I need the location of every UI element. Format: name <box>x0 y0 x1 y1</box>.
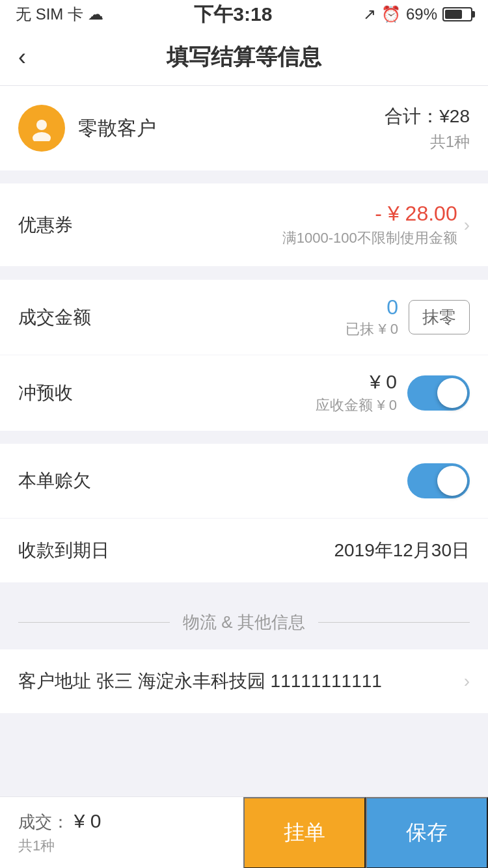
customer-count: 共1种 <box>385 131 470 152</box>
deal-amount-right: 0 已抹 ¥ 0 抹零 <box>346 295 470 339</box>
transaction-section: 成交金额 0 已抹 ¥ 0 抹零 冲预收 ¥ 0 应收金额 ¥ 0 <box>0 280 488 431</box>
page-title: 填写结算等信息 <box>167 42 321 72</box>
debt-toggle[interactable] <box>407 463 470 498</box>
logistics-header: 物流 & 其他信息 <box>0 595 488 649</box>
bottom-deal-amount: ¥ 0 <box>74 810 102 832</box>
prepay-row: 冲预收 ¥ 0 应收金额 ¥ 0 <box>0 355 488 431</box>
bottom-count: 共1种 <box>18 836 225 856</box>
prepay-amount: ¥ 0 <box>316 371 397 393</box>
address-row[interactable]: 客户地址 张三 海淀永丰科技园 11111111111 › <box>0 649 488 714</box>
deal-amount-row: 成交金额 0 已抹 ¥ 0 抹零 <box>0 280 488 355</box>
status-right: ↗ ⏰ 69% <box>363 5 472 23</box>
due-date-row: 收款到期日 2019年12月30日 <box>0 519 488 582</box>
prepay-label: 冲预收 <box>18 381 73 405</box>
svg-point-0 <box>36 120 47 130</box>
bottom-info: 成交： ¥ 0 共1种 <box>0 810 243 856</box>
location-icon: ↗ <box>363 5 376 23</box>
alarm-icon: ⏰ <box>381 5 401 23</box>
coupon-row[interactable]: 优惠券 - ¥ 28.00 满1000-100不限制使用金额 › <box>0 183 488 267</box>
svg-point-1 <box>33 132 51 141</box>
status-bar: 无 SIM 卡 ☁ 下午3:18 ↗ ⏰ 69% <box>0 0 488 29</box>
due-date-value[interactable]: 2019年12月30日 <box>334 538 470 563</box>
customer-section: 零散客户 合计：¥28 共1种 <box>0 86 488 170</box>
bottom-deal-label: 成交： <box>18 812 69 832</box>
bottom-deal-row: 成交： ¥ 0 <box>18 810 225 834</box>
prepay-receivable: 应收金额 ¥ 0 <box>316 396 397 415</box>
coupon-desc: 满1000-100不限制使用金额 <box>282 228 457 248</box>
coupon-right: - ¥ 28.00 满1000-100不限制使用金额 › <box>282 202 470 248</box>
battery-icon <box>442 7 472 21</box>
no-sim-text: 无 SIM 卡 ☁ <box>16 4 103 25</box>
logistics-line-left <box>18 622 170 623</box>
coupon-section: 优惠券 - ¥ 28.00 满1000-100不限制使用金额 › <box>0 183 488 267</box>
prepay-toggle[interactable] <box>407 375 470 411</box>
battery-percent: 69% <box>406 5 437 23</box>
due-date-label: 收款到期日 <box>18 538 109 563</box>
debt-section: 本单赊欠 收款到期日 2019年12月30日 <box>0 444 488 582</box>
debt-toggle-knob <box>437 466 467 496</box>
coupon-label: 优惠券 <box>18 213 73 237</box>
coupon-chevron-icon: › <box>464 215 470 236</box>
save-button[interactable]: 保存 <box>366 797 488 869</box>
coupon-amount: - ¥ 28.00 <box>282 202 457 226</box>
logistics-title: 物流 & 其他信息 <box>183 611 305 634</box>
address-chevron-icon: › <box>464 671 470 692</box>
bottom-bar: 成交： ¥ 0 共1种 挂单 保存 <box>0 796 488 868</box>
coupon-value: - ¥ 28.00 满1000-100不限制使用金额 <box>282 202 457 248</box>
customer-name: 零散客户 <box>78 115 156 142</box>
customer-avatar <box>18 105 65 152</box>
debt-row: 本单赊欠 <box>0 444 488 519</box>
debt-label: 本单赊欠 <box>18 468 91 493</box>
customer-left: 零散客户 <box>18 105 156 152</box>
address-section: 客户地址 张三 海淀永丰科技园 11111111111 › <box>0 649 488 714</box>
deal-amount-value[interactable]: 0 <box>346 295 398 319</box>
deal-amount-label: 成交金额 <box>18 305 91 330</box>
prepay-right: ¥ 0 应收金额 ¥ 0 <box>316 371 470 415</box>
prepay-values: ¥ 0 应收金额 ¥ 0 <box>316 371 397 415</box>
already-rounded-text: 已抹 ¥ 0 <box>346 319 398 339</box>
customer-summary: 合计：¥28 共1种 <box>385 104 470 152</box>
address-label: 客户地址 <box>18 669 96 694</box>
customer-total: 合计：¥28 <box>385 104 470 129</box>
logistics-line-right <box>318 622 470 623</box>
round-button[interactable]: 抹零 <box>409 300 470 334</box>
address-value: 张三 海淀永丰科技园 11111111111 <box>96 669 457 694</box>
toggle-knob <box>437 378 467 408</box>
status-left: 无 SIM 卡 ☁ <box>16 4 103 25</box>
back-button[interactable]: ‹ <box>18 44 26 71</box>
nav-bar: ‹ 填写结算等信息 <box>0 29 488 86</box>
pending-button[interactable]: 挂单 <box>243 797 366 869</box>
status-time: 下午3:18 <box>194 1 272 28</box>
